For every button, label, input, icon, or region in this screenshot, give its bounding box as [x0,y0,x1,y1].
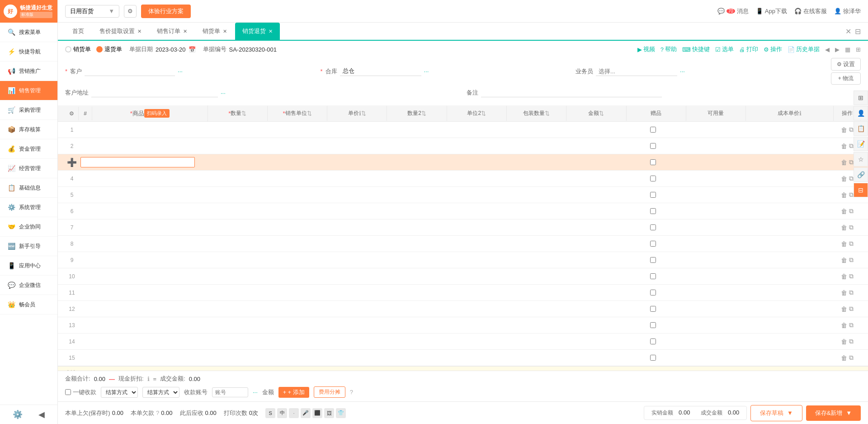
sys-icon-7[interactable]: 👕 [336,408,346,418]
add-payment-btn[interactable]: + + 添加 [278,387,309,398]
messages-btn[interactable]: 💬 70 消息 [717,7,749,15]
staff-picker-btn[interactable]: ··· [680,68,685,75]
warehouse-picker-btn[interactable]: ··· [424,68,429,75]
sidebar-item-basic[interactable]: 📋 基础信息 [0,178,57,198]
gift-checkbox-11[interactable] [650,290,656,295]
copy-row-13-icon[interactable]: ⧉ [849,321,854,329]
sidebar-item-enterprise[interactable]: 🤝 企业协同 [0,217,57,237]
copy-row-6-icon[interactable]: ⧉ [849,207,854,215]
price-sort-icon[interactable]: ⇅ [361,110,366,117]
delete-row-6-icon[interactable]: 🗑 [841,208,847,215]
nav-next-icon[interactable]: ▶ [835,46,840,53]
float-icon-1[interactable]: ⊞ [854,91,868,105]
tab-sales-order[interactable]: 销售订单 ✕ [150,23,194,41]
delete-row-14-icon[interactable]: 🗑 [841,338,847,345]
copy-row-12-icon[interactable]: ⧉ [849,305,854,313]
sidebar-item-marketing[interactable]: 📢 营销推广 [0,62,57,81]
collapse-icon[interactable]: ◀ [38,410,45,419]
gift-checkbox-2[interactable] [650,143,656,149]
sys-icon-1[interactable]: S [265,408,275,418]
copy-row-4-icon[interactable]: ⧉ [849,175,854,182]
sys-icon-5[interactable]: ⬛ [312,408,322,418]
tab-price-extract[interactable]: 售价提取设置 ✕ [92,23,149,41]
sidebar-item-system[interactable]: ⚙️ 系统管理 [0,198,57,217]
gift-checkbox-14[interactable] [650,338,656,344]
online-support-btn[interactable]: 🎧 在线客服 [794,7,827,15]
doc-settings-btn[interactable]: ⚙ 设置 [831,58,861,71]
view-grid-icon[interactable]: ⊞ [856,46,861,53]
gift-checkbox-6[interactable] [650,208,656,214]
calendar-icon[interactable]: 📅 [189,46,196,53]
delete-row-4-icon[interactable]: 🗑 [841,175,847,182]
gift-checkbox-3[interactable] [650,159,656,165]
tab-home[interactable]: 首页 [65,23,91,41]
delete-row-7-icon[interactable]: 🗑 [841,224,847,231]
float-icon-3[interactable]: 📋 [854,121,868,136]
delete-row-1-icon[interactable]: 🗑 [841,126,847,133]
sys-icon-2[interactable]: 中 [277,408,287,418]
delete-row-3-icon[interactable]: 🗑 [841,159,847,166]
gift-checkbox-15[interactable] [650,355,656,361]
topbar-settings-btn[interactable]: ⚙ [124,5,137,18]
sidebar-item-wechat[interactable]: 💬 企业微信 [0,276,57,295]
sidebar-item-search[interactable]: 🔍 搜索菜单 [0,23,57,42]
tabs-menu-icon[interactable]: ⊟ [855,27,861,36]
help-btn[interactable]: ? 帮助 [660,45,677,53]
close-price-extract-icon[interactable]: ✕ [137,29,142,34]
copy-row-8-icon[interactable]: ⧉ [849,240,854,248]
amount-sort-icon[interactable]: ⇅ [599,110,604,117]
scan-input-btn[interactable]: 扫码录入 [144,109,170,118]
add-row-icon[interactable]: ➕ [65,156,79,169]
address-picker-btn[interactable]: ··· [221,90,226,96]
close-sales-invoice-icon[interactable]: ✕ [223,29,227,34]
sidebar-item-sales[interactable]: 📊 销售管理 [0,81,57,100]
gift-checkbox-13[interactable] [650,322,656,328]
copy-row-5-icon[interactable]: ⧉ [849,191,854,199]
customer-picker-btn[interactable]: ··· [178,68,183,75]
address-input[interactable] [91,88,218,97]
product-input-3[interactable] [80,157,195,167]
settings-icon[interactable]: ⚙️ [13,410,23,419]
operation-btn[interactable]: ⚙ 操作 [764,45,782,53]
radio-sale[interactable]: 销货单 [65,45,91,53]
sidebar-item-finance[interactable]: 💰 资金管理 [0,139,57,159]
gift-checkbox-8[interactable] [650,241,656,247]
gift-checkbox-9[interactable] [650,257,656,263]
copy-row-10-icon[interactable]: ⧉ [849,272,854,280]
table-col-settings-icon[interactable]: ⚙ [65,107,79,120]
note-input[interactable] [481,88,662,97]
pack-sort-icon[interactable]: ⇅ [545,110,550,117]
row-product-3[interactable] [79,155,197,169]
copy-row-15-icon[interactable]: ⧉ [849,354,854,362]
tab-sales-invoice[interactable]: 销货单 ✕ [195,23,234,41]
copy-row-1-icon[interactable]: ⧉ [849,126,854,133]
float-icon-6[interactable]: 🔗 [854,167,868,182]
close-all-tabs-icon[interactable]: ✕ [845,27,851,36]
sidebar-item-member[interactable]: 👑 畅会员 [0,295,57,314]
select-btn[interactable]: ☑ 选单 [715,45,734,53]
experience-btn[interactable]: 体验行业方案 [141,5,191,18]
app-download-btn[interactable]: 📱 App下载 [756,7,787,15]
settlement-method-select[interactable]: 结算方式 [101,387,138,398]
delete-row-13-icon[interactable]: 🗑 [841,322,847,329]
delete-row-5-icon[interactable]: 🗑 [841,191,847,199]
staff-input[interactable] [596,67,677,76]
unit-sort-icon[interactable]: ⇅ [307,110,312,117]
copy-row-11-icon[interactable]: ⧉ [849,289,854,296]
view-list-icon[interactable]: ▦ [845,46,850,53]
video-btn[interactable]: ▶ 视频 [637,45,655,53]
sys-icon-6[interactable]: 🖼 [324,408,334,418]
qty2-sort-icon[interactable]: ⇅ [421,110,426,117]
delete-row-15-icon[interactable]: 🗑 [841,354,847,362]
delete-row-10-icon[interactable]: 🗑 [841,273,847,280]
warehouse-input[interactable] [340,67,421,76]
delete-row-2-icon[interactable]: 🗑 [841,143,847,150]
qty-sort-icon[interactable]: ⇅ [241,110,246,117]
sidebar-item-apps[interactable]: 📱 应用中心 [0,256,57,276]
gift-checkbox-10[interactable] [650,273,656,279]
print-btn[interactable]: 🖨 打印 [739,45,758,53]
account-input[interactable] [212,387,248,397]
copy-row-3-icon[interactable]: ⧉ [849,158,854,166]
unit2-sort-icon[interactable]: ⇅ [481,110,486,117]
one-click-payment-checkbox[interactable]: 一键收款 [65,388,96,396]
